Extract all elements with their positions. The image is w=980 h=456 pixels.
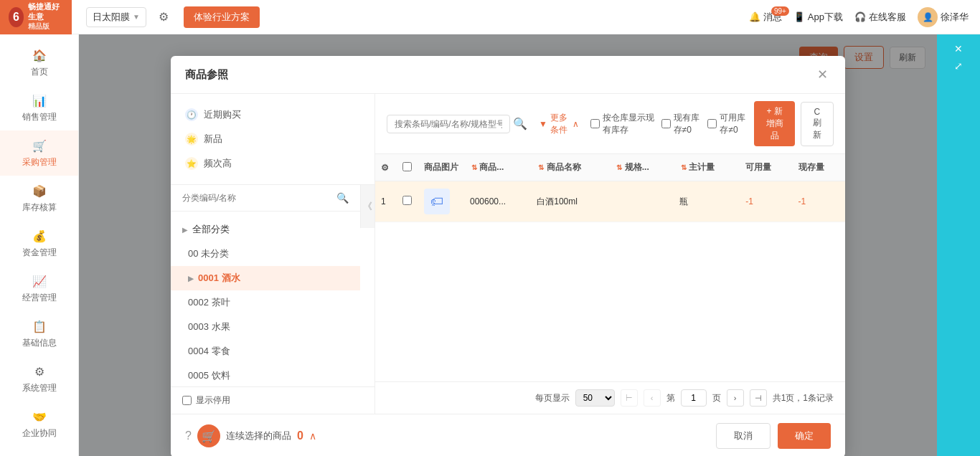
category-uncategorized[interactable]: 00 未分类 — [171, 242, 360, 266]
collapse-panel-button[interactable]: 《 — [360, 185, 374, 228]
confirm-button[interactable]: 确定 — [778, 423, 831, 449]
prev-page-button[interactable]: ‹ — [644, 389, 661, 407]
warehouse-filter-label[interactable]: 按仓库显示现有库存 — [590, 112, 656, 136]
sort-icon-spec: ⇅ — [616, 163, 622, 171]
category-search-icon[interactable]: 🔍 — [336, 192, 349, 204]
sidebar-item-sales[interactable]: 📊 销售管理 — [0, 85, 78, 130]
footer-left: ? 🛒 连续选择的商品 0 ∧ — [185, 424, 316, 447]
cart-button[interactable]: 🛒 — [197, 424, 220, 447]
product-search-button[interactable]: 🔍 — [513, 117, 527, 130]
footer-right: 取消 确定 — [716, 423, 831, 449]
category-liquor[interactable]: ▶ 0001 酒水 — [171, 266, 360, 290]
refresh-table-button[interactable]: C 刷新 — [801, 102, 834, 146]
category-uncategorized-label: 00 未分类 — [188, 247, 229, 260]
app-download-item[interactable]: 📱 App下载 — [793, 11, 843, 24]
logo-icon: 6 — [9, 7, 24, 27]
page-total-label: 共1页，1条记录 — [773, 392, 834, 404]
th-checkbox: ⚙ — [375, 154, 397, 181]
right-panel-expand-button[interactable]: ⤢ — [954, 60, 963, 72]
right-panel-close-button[interactable]: ✕ — [954, 43, 963, 54]
page-label: 第 — [666, 392, 675, 404]
modal-close-button[interactable]: ✕ — [814, 66, 831, 83]
modal-right-panel: 🔍 ▼ 更多条件 ∧ 按仓库显示现有库存 — [375, 94, 845, 414]
tab-new-products[interactable]: 🌟 新品 — [171, 127, 374, 151]
cancel-button[interactable]: 取消 — [716, 423, 771, 449]
select-all-checkbox[interactable] — [402, 162, 412, 171]
existing-stock-filter-label[interactable]: 现有库存≠0 — [661, 112, 702, 136]
sidebar-item-home[interactable]: 🏠 首页 — [0, 40, 78, 85]
product-unit: 瓶 — [679, 196, 688, 206]
tab-recent-purchase[interactable]: 🕐 近期购买 — [171, 103, 374, 127]
row-checkbox[interactable] — [402, 196, 412, 205]
product-search-input[interactable] — [387, 115, 510, 133]
settings-icon[interactable]: ⚙ — [152, 6, 175, 29]
category-drinks[interactable]: 0005 饮料 — [171, 364, 360, 386]
notifications-item[interactable]: 🔔 消息 99+ — [749, 11, 782, 24]
td-image: 🏷 — [418, 181, 464, 222]
avatar: 👤 — [918, 7, 938, 27]
new-icon: 🌟 — [185, 133, 198, 146]
sort-icon-name: ⇅ — [538, 163, 544, 171]
sidebar-item-inventory[interactable]: 📦 库存核算 — [0, 176, 78, 221]
add-product-button[interactable]: + 新增商品 — [754, 101, 795, 146]
category-fruit[interactable]: 0003 水果 — [171, 315, 360, 339]
app-download-label: App下载 — [808, 11, 843, 24]
available-stock-checkbox[interactable] — [707, 119, 717, 128]
category-tea[interactable]: 0002 茶叶 — [171, 290, 360, 315]
first-page-button[interactable]: ⊢ — [621, 389, 638, 407]
last-page-button[interactable]: ⊣ — [750, 389, 767, 407]
tab-frequent[interactable]: ⭐ 频次高 — [171, 151, 374, 176]
sidebar-label-purchase: 采购管理 — [22, 156, 57, 168]
sidebar-item-finance[interactable]: 💰 资金管理 — [0, 221, 78, 266]
available-stock-text: 可用库存≠0 — [720, 112, 748, 136]
stock-qty: -1 — [798, 196, 806, 206]
th-product-image: 商品图片 — [418, 154, 464, 181]
sidebar-label-collab: 企业协同 — [22, 427, 57, 440]
category-snacks[interactable]: 0004 零食 — [171, 339, 360, 364]
trial-button[interactable]: 体验行业方案 — [184, 6, 260, 28]
sidebar-item-collab[interactable]: 🤝 企业协同 — [0, 402, 78, 447]
sidebar-label-operations: 经营管理 — [22, 292, 57, 304]
page-size-select[interactable]: 50 10 20 100 — [575, 389, 615, 407]
help-icon[interactable]: ? — [185, 429, 192, 442]
collab-icon: 🤝 — [32, 409, 47, 424]
user-name: 徐泽华 — [941, 11, 969, 24]
available-stock-filter-label[interactable]: 可用库存≠0 — [707, 112, 748, 136]
sidebar-item-system[interactable]: ⚙ 系统管理 — [0, 356, 78, 402]
customer-service-item[interactable]: 🎧 在线客服 — [854, 11, 906, 24]
more-filters-button[interactable]: ▼ 更多条件 ∧ — [533, 109, 585, 139]
modal-toolbar: 🔍 ▼ 更多条件 ∧ 按仓库显示现有库存 — [375, 94, 845, 154]
finance-icon: 💰 — [32, 228, 47, 244]
settings-col-icon[interactable]: ⚙ — [381, 163, 389, 173]
existing-stock-checkbox[interactable] — [661, 119, 671, 128]
current-page-input[interactable] — [681, 389, 707, 407]
product-reference-modal: 商品参照 ✕ 🕐 近期购买 🌟 — [171, 56, 845, 456]
toolbar-right: + 新增商品 C 刷新 — [754, 101, 834, 146]
sidebar-item-operations[interactable]: 📈 经营管理 — [0, 266, 78, 311]
product-thumbnail: 🏷 — [424, 189, 450, 214]
sidebar-item-purchase[interactable]: 🛒 采购管理 — [0, 130, 78, 176]
show-disabled-checkbox[interactable] — [182, 396, 192, 405]
th-product-code: ⇅ 商品... — [464, 154, 531, 181]
phone-icon: 📱 — [793, 11, 805, 22]
collapse-chevron-icon: 《 — [363, 200, 372, 213]
filter-icon: ▼ — [539, 119, 547, 129]
sidebar-item-basic-info[interactable]: 📋 基础信息 — [0, 311, 78, 356]
footer-collapse-icon[interactable]: ∧ — [309, 430, 316, 442]
table-row[interactable]: 1 🏷 000600... — [375, 181, 845, 222]
category-search-input[interactable] — [182, 193, 332, 203]
th-product-name: ⇅ 商品名称 — [531, 154, 609, 181]
existing-stock-text: 现有库存≠0 — [674, 112, 702, 136]
user-area[interactable]: 👤 徐泽华 — [918, 7, 969, 27]
filter-label: 更多条件 — [550, 112, 570, 136]
branch-label: 日太阳膜 — [93, 11, 130, 24]
page-suffix: 页 — [712, 392, 721, 404]
available-qty: -1 — [745, 196, 753, 206]
next-page-button[interactable]: › — [727, 389, 744, 407]
logo: 6 畅捷通好生意 精品版 — [0, 0, 72, 34]
category-all[interactable]: ▶ 全部分类 — [171, 217, 360, 242]
branch-dropdown[interactable]: 日太阳膜 ▼ — [86, 7, 146, 27]
th-available: 可用量 — [740, 154, 792, 181]
warehouse-filter-checkbox[interactable] — [590, 119, 600, 128]
sidebar-item-guide[interactable]: 🔔 新手引导 — [0, 447, 78, 456]
